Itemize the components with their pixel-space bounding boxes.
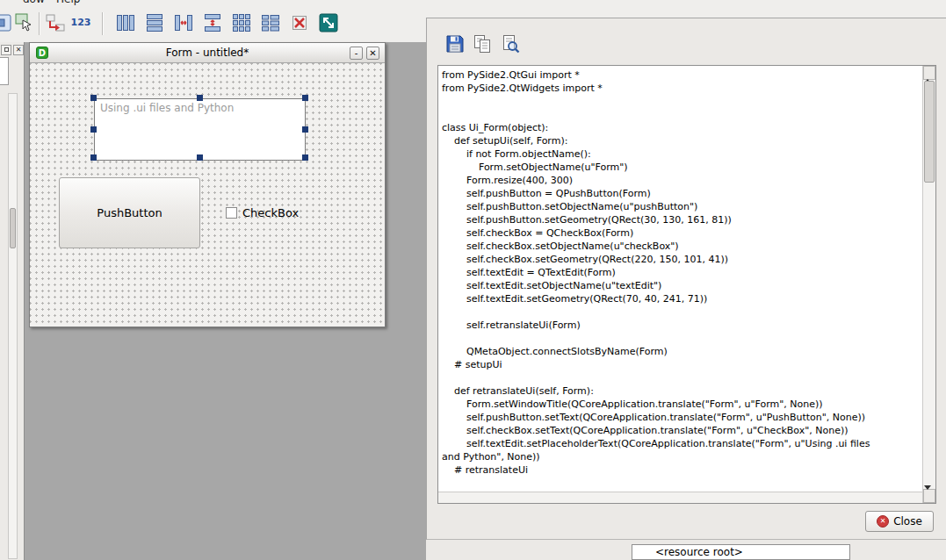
selection-handle-bottom-right[interactable] — [302, 154, 308, 161]
float-icon — [4, 47, 9, 52]
selection-handle-top-left[interactable] — [90, 95, 97, 101]
selection-handle-middle-right[interactable] — [302, 126, 308, 133]
minimize-button[interactable]: - — [350, 47, 363, 60]
checkbox-widget[interactable]: CheckBox — [226, 195, 314, 231]
copy-icon[interactable] — [472, 33, 493, 54]
close-dialog-button[interactable]: ✕ Close — [865, 511, 934, 532]
resource-root-item[interactable]: <resource root> — [632, 545, 849, 559]
checkbox-indicator[interactable] — [226, 207, 237, 219]
widget-filter-input[interactable] — [0, 57, 9, 85]
scrollbar-thumb[interactable] — [10, 208, 16, 248]
edit-signals-slots-icon[interactable] — [45, 12, 66, 33]
tab-order-icon[interactable]: 123 — [70, 12, 91, 33]
save-icon[interactable] — [444, 33, 466, 54]
close-icon: ✕ — [16, 46, 22, 54]
code-vscrollbar[interactable] — [922, 66, 935, 503]
widget-edit-icon[interactable] — [0, 12, 12, 33]
layout-splitter-vertical-icon[interactable] — [202, 12, 223, 33]
form-window-icon: D — [36, 47, 48, 59]
layout-form-icon[interactable] — [260, 12, 281, 33]
find-icon[interactable] — [500, 33, 521, 54]
scroll-down-button[interactable] — [923, 489, 935, 503]
code-preview-dialog: from PySide2.QtGui import * from PySide2… — [426, 18, 946, 540]
close-button-label: Close — [893, 515, 922, 528]
dock-float-button[interactable] — [1, 45, 11, 55]
pushbutton-label: PushButton — [97, 206, 162, 219]
selection-handle-bottom-left[interactable] — [90, 154, 97, 161]
arrow-down-icon — [924, 485, 931, 502]
widget-box-scrollbar[interactable] — [8, 93, 18, 559]
textedit-placeholder: Using .ui files and Python — [95, 99, 305, 117]
pushbutton-widget[interactable]: PushButton — [59, 177, 200, 248]
widget-box-dock: ✕ — [0, 42, 25, 560]
close-circle-icon: ✕ — [877, 515, 889, 528]
form-editor-window: D Form - untitled* - ✕ Using .ui files a… — [29, 42, 386, 327]
toolbar-separator — [39, 12, 40, 35]
layout-splitter-horizontal-icon[interactable] — [173, 12, 194, 33]
tab-order-label: 123 — [70, 12, 91, 33]
close-button[interactable]: ✕ — [366, 47, 379, 60]
qt-designer-screen: dow Help 123 — [0, 0, 946, 560]
resource-browser-dock: <resource root> — [426, 540, 946, 560]
form-canvas[interactable]: Using .ui files and Python PushButton Ch… — [30, 63, 385, 327]
checkbox-label: CheckBox — [242, 206, 299, 219]
selection-handle-top-middle[interactable] — [197, 95, 203, 101]
selection-handle-bottom-middle[interactable] — [197, 154, 203, 161]
layout-vertical-icon[interactable] — [144, 12, 165, 33]
code-text[interactable]: from PySide2.QtGui import * from PySide2… — [438, 66, 922, 492]
form-window-title: Form - untitled* — [30, 43, 385, 62]
dock-close-button[interactable]: ✕ — [13, 45, 24, 55]
selection-handle-middle-left[interactable] — [90, 126, 97, 133]
toolbar-separator — [102, 12, 104, 35]
resource-tree: <resource root> — [632, 544, 850, 560]
edit-widgets-icon[interactable] — [14, 12, 35, 33]
form-window-titlebar[interactable]: D Form - untitled* - ✕ — [30, 43, 385, 63]
menu-help[interactable]: Help — [56, 0, 80, 5]
code-view: from PySide2.QtGui import * from PySide2… — [437, 65, 936, 504]
scroll-up-button[interactable] — [923, 66, 935, 80]
textedit-widget[interactable]: Using .ui files and Python — [94, 98, 306, 161]
resource-root-label: <resource root> — [655, 546, 743, 558]
vscrollbar-thumb[interactable] — [924, 81, 935, 183]
layout-horizontal-icon[interactable] — [115, 12, 136, 33]
break-layout-icon[interactable] — [289, 12, 310, 33]
menubar: dow Help — [0, 0, 946, 6]
code-hscrollbar[interactable] — [438, 492, 922, 503]
selection-handle-top-right[interactable] — [302, 95, 308, 101]
adjust-size-icon[interactable] — [318, 12, 339, 33]
menu-window[interactable]: dow — [23, 0, 45, 5]
layout-grid-icon[interactable] — [231, 12, 252, 33]
